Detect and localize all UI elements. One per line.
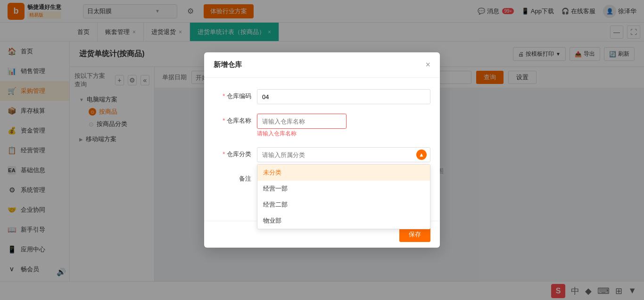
modal-header: 新增仓库 × [204,52,440,78]
category-dropdown: 未分类 经营一部 经营二部 物业部 [257,164,430,229]
category-label: 仓库分类 [214,147,251,158]
modal-title: 新增仓库 [214,60,242,69]
dropdown-item-dept1[interactable]: 经营一部 [257,181,430,197]
dropdown-item-unclassified[interactable]: 未分类 [257,165,430,181]
new-warehouse-modal: 新增仓库 × 仓库编码 仓库名称 请输入仓库名称 仓库分类 [204,52,440,248]
warehouse-name-row: 仓库名称 请输入仓库名称 [214,114,430,138]
category-input[interactable] [257,147,430,162]
code-label: 仓库编码 [214,89,251,100]
modal-body: 仓库编码 仓库名称 请输入仓库名称 仓库分类 ▲ 未分类 [204,78,440,221]
warehouse-name-input[interactable] [257,114,347,129]
warehouse-code-input[interactable] [257,89,430,104]
category-dropdown-arrow[interactable]: ▲ [416,150,427,160]
dropdown-item-property[interactable]: 物业部 [257,213,430,229]
name-error-message: 请输入仓库名称 [257,130,430,138]
dropdown-item-dept2[interactable]: 经营二部 [257,197,430,213]
warehouse-code-row: 仓库编码 [214,89,430,104]
modal-close-button[interactable]: × [425,60,430,70]
name-label: 仓库名称 [214,114,251,125]
notes-label: 备注 [214,172,251,183]
category-input-wrapper: ▲ 未分类 经营一部 经营二部 物业部 [257,147,430,162]
warehouse-category-row: 仓库分类 ▲ 未分类 经营一部 经营二部 物业部 [214,147,430,162]
modal-overlay: 新增仓库 × 仓库编码 仓库名称 请输入仓库名称 仓库分类 [0,0,644,300]
name-field-wrapper: 请输入仓库名称 [257,114,430,138]
